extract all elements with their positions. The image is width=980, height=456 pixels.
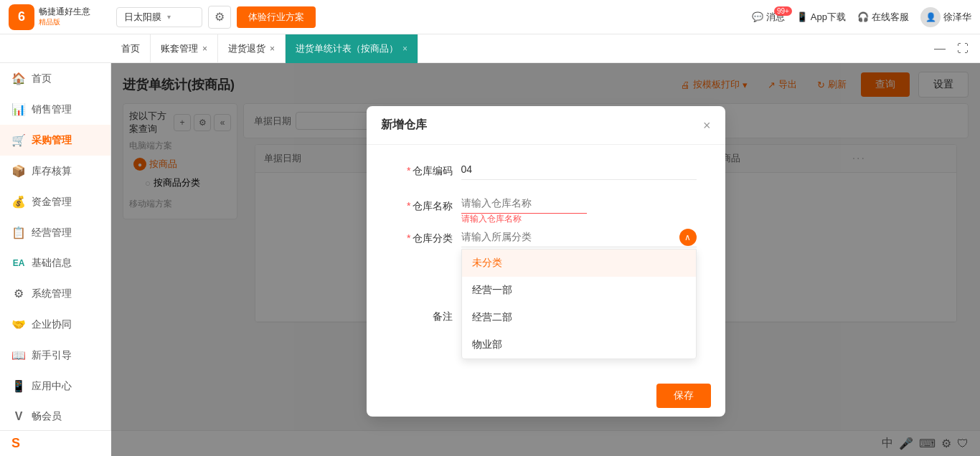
tab-purchase-return[interactable]: 进货退货 × bbox=[218, 34, 286, 63]
sidebar-item-guide[interactable]: 📖 新手引导 bbox=[0, 340, 110, 371]
tab-account[interactable]: 账套管理 × bbox=[151, 34, 218, 63]
store-dropdown-arrow-icon: ▾ bbox=[167, 13, 171, 21]
modal-close-button[interactable]: × bbox=[703, 119, 711, 132]
category-input[interactable] bbox=[461, 227, 697, 247]
store-selector[interactable]: 日太阳膜 ▾ bbox=[116, 7, 202, 27]
code-label: 仓库编码 bbox=[395, 159, 453, 178]
modal-title: 新增仓库 bbox=[381, 118, 427, 133]
sales-icon: 📊 bbox=[11, 103, 26, 116]
basic-info-icon: EA bbox=[11, 258, 26, 268]
trial-button[interactable]: 体验行业方案 bbox=[237, 6, 316, 28]
name-field-row: 仓库名称 请输入仓库名称 bbox=[395, 193, 697, 214]
logo-area: 6 畅捷通好生意 精品版 bbox=[9, 4, 116, 30]
phone-icon: 📱 bbox=[796, 11, 808, 22]
tab-minimize-icon[interactable]: — bbox=[931, 39, 948, 58]
warehouse-name-input[interactable] bbox=[461, 193, 587, 214]
dropdown-option-uncategorized[interactable]: 未分类 bbox=[462, 250, 696, 277]
app-center-icon: 📱 bbox=[11, 379, 26, 393]
cooperation-icon: 🤝 bbox=[11, 318, 26, 331]
tab-actions: — ⛶ bbox=[931, 39, 980, 58]
dropdown-option-dept2[interactable]: 经营二部 bbox=[462, 304, 696, 331]
message-icon: 💬 bbox=[752, 11, 763, 22]
main-layout: 🏠 首页 📊 销售管理 🛒 采购管理 📦 库存核算 💰 资金管理 📋 经营管理 … bbox=[0, 63, 980, 456]
add-warehouse-modal: 新增仓库 × 仓库编码 仓库名称 bbox=[367, 106, 725, 417]
dropdown-option-dept1[interactable]: 经营一部 bbox=[462, 277, 696, 304]
code-field-row: 仓库编码 bbox=[395, 159, 697, 180]
sidebar-item-operations[interactable]: 📋 经营管理 bbox=[0, 217, 110, 248]
save-button[interactable]: 保存 bbox=[656, 384, 711, 408]
sidebar-item-vip[interactable]: V 畅会员 bbox=[0, 402, 110, 432]
category-field-row: 仓库分类 ∧ 未分类 经营一部 经营二部 物业部 bbox=[395, 227, 697, 247]
sidebar-item-inventory[interactable]: 📦 库存核算 bbox=[0, 156, 110, 186]
operations-icon: 📋 bbox=[11, 226, 26, 239]
tab-home[interactable]: 首页 bbox=[111, 34, 151, 63]
gear-button[interactable]: ⚙ bbox=[208, 6, 231, 29]
category-label: 仓库分类 bbox=[395, 227, 453, 245]
headset-icon: 🎧 bbox=[857, 11, 869, 22]
tab-close-purchase-return[interactable]: × bbox=[270, 44, 275, 54]
bottom-left: S bbox=[11, 436, 20, 451]
tab-bar: 首页 账套管理 × 进货退货 × 进货单统计表（按商品） × — ⛶ bbox=[0, 34, 980, 63]
app-logo-icon: 6 bbox=[9, 4, 34, 30]
sidebar-item-basic-info[interactable]: EA 基础信息 bbox=[0, 248, 110, 278]
modal-footer: 保存 bbox=[367, 375, 725, 417]
message-notification[interactable]: 💬 消息 99+ bbox=[752, 11, 785, 24]
purchase-icon: 🛒 bbox=[11, 133, 26, 147]
guide-icon: 📖 bbox=[11, 348, 26, 362]
category-select-wrap: ∧ 未分类 经营一部 经营二部 物业部 bbox=[461, 227, 697, 247]
modal-header: 新增仓库 × bbox=[367, 106, 725, 145]
modal-body: 仓库编码 仓库名称 请输入仓库名称 仓库分类 bbox=[367, 145, 725, 375]
tab-close-purchase-stats[interactable]: × bbox=[402, 44, 407, 54]
dropdown-option-property[interactable]: 物业部 bbox=[462, 331, 696, 358]
gear-icon: ⚙ bbox=[215, 10, 225, 24]
tab-maximize-icon[interactable]: ⛶ bbox=[954, 39, 971, 58]
header-right: 💬 消息 99+ 📱 App下载 🎧 在线客服 👤 徐泽华 bbox=[752, 7, 971, 27]
avatar: 👤 bbox=[920, 7, 941, 27]
sidebar-item-app-center[interactable]: 📱 应用中心 bbox=[0, 371, 110, 402]
finance-icon: 💰 bbox=[11, 195, 26, 209]
sidebar-item-purchase[interactable]: 🛒 采购管理 bbox=[0, 125, 110, 156]
logo-text: 畅捷通好生意 精品版 bbox=[39, 6, 90, 28]
sidebar-item-system[interactable]: ⚙ 系统管理 bbox=[0, 278, 110, 309]
sidebar-item-cooperation[interactable]: 🤝 企业协同 bbox=[0, 309, 110, 340]
tab-close-account[interactable]: × bbox=[202, 44, 207, 54]
name-error-message: 请输入仓库名称 bbox=[461, 213, 522, 225]
home-icon: 🏠 bbox=[11, 72, 26, 85]
category-dropdown-arrow[interactable]: ∧ bbox=[679, 229, 697, 246]
sidebar-item-sales[interactable]: 📊 销售管理 bbox=[0, 94, 110, 125]
user-menu[interactable]: 👤 徐泽华 bbox=[920, 7, 971, 27]
sidebar-item-finance[interactable]: 💰 资金管理 bbox=[0, 186, 110, 217]
inventory-icon: 📦 bbox=[11, 164, 26, 178]
sidebar: 🏠 首页 📊 销售管理 🛒 采购管理 📦 库存核算 💰 资金管理 📋 经营管理 … bbox=[0, 63, 111, 456]
tab-purchase-stats[interactable]: 进货单统计表（按商品） × bbox=[286, 34, 418, 63]
modal-backdrop: 新增仓库 × 仓库编码 仓库名称 bbox=[111, 63, 980, 456]
category-dropdown-list: 未分类 经营一部 经营二部 物业部 bbox=[461, 249, 697, 359]
online-service[interactable]: 🎧 在线客服 bbox=[857, 11, 909, 24]
name-label: 仓库名称 bbox=[395, 194, 453, 213]
header-mid: 日太阳膜 ▾ ⚙ 体验行业方案 bbox=[116, 6, 752, 29]
top-header: 6 畅捷通好生意 精品版 日太阳膜 ▾ ⚙ 体验行业方案 💬 消息 99+ 📱 … bbox=[0, 0, 980, 34]
vip-icon: V bbox=[11, 410, 26, 423]
warehouse-code-input[interactable] bbox=[461, 159, 697, 180]
message-badge: 99+ bbox=[774, 6, 792, 16]
note-label: 备注 bbox=[395, 305, 453, 323]
bottom-brand-icon: S bbox=[11, 436, 20, 451]
content-area: 进货单统计(按商品) 🖨 按模板打印 ▾ ↗ 导出 ↻ 刷新 查询 设置 bbox=[111, 63, 980, 456]
sidebar-item-home[interactable]: 🏠 首页 bbox=[0, 63, 110, 94]
system-icon: ⚙ bbox=[11, 287, 26, 300]
app-download[interactable]: 📱 App下载 bbox=[796, 11, 846, 24]
